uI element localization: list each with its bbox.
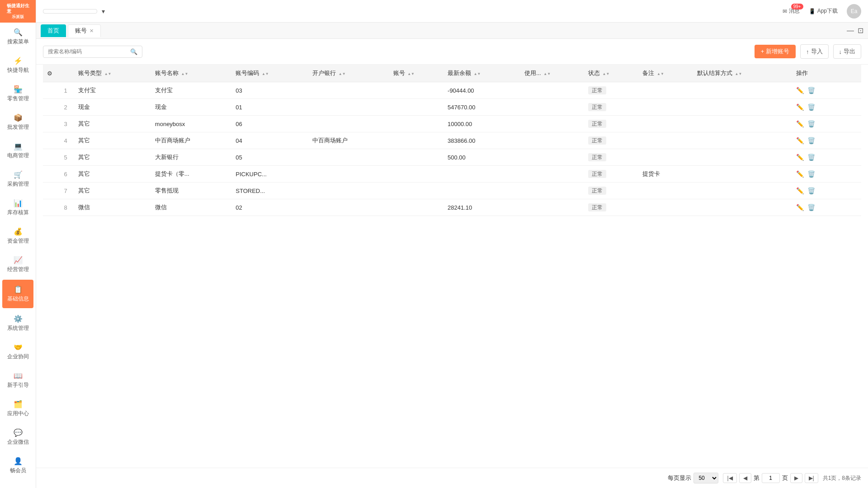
sidebar-item-member[interactable]: 👤 畅会员	[0, 451, 36, 480]
sort-icon-default-settlement: ▲▼	[735, 72, 742, 76]
th-account[interactable]: 账号 ▲▼	[390, 65, 444, 82]
dropdown-button[interactable]: ▾	[102, 8, 105, 15]
avatar[interactable]: Ea	[847, 4, 861, 19]
table-row: 5 其它 大新银行 05 500.00 正常 ✏️ 🗑️	[43, 149, 861, 166]
table-row: 7 其它 零售抵现 STORED... 正常 ✏️ 🗑️	[43, 183, 861, 199]
tab-home[interactable]: 首页	[41, 24, 66, 37]
th-bank[interactable]: 开户银行 ▲▼	[309, 65, 389, 82]
table-row: 3 其它 moneybosx 06 10000.00 正常 ✏️ 🗑️	[43, 116, 861, 132]
th-default-settlement[interactable]: 默认结算方式 ▲▼	[693, 65, 793, 82]
row-edit-button[interactable]: ✏️	[796, 137, 804, 144]
tab-restore-button[interactable]: ⊡	[858, 26, 863, 35]
add-account-button[interactable]: + 新增账号	[755, 45, 796, 58]
wholesale-mgmt-icon: 📦	[14, 113, 23, 122]
app-download-button[interactable]: 📱 App下载	[809, 7, 838, 15]
row-type: 其它	[75, 183, 151, 199]
sidebar-item-inventory-check[interactable]: 📊 库存核算	[0, 193, 36, 222]
top-search-box[interactable]	[43, 9, 97, 14]
row-delete-button[interactable]: 🗑️	[807, 103, 815, 111]
row-name: 微信	[151, 199, 232, 216]
sidebar-item-operations-mgmt[interactable]: 📈 经营管理	[0, 250, 36, 279]
add-account-label: + 新增账号	[761, 47, 789, 56]
sidebar-item-search-menu[interactable]: 🔍 搜索菜单	[0, 23, 36, 51]
notification-button[interactable]: ✉ 消息 99+	[783, 7, 800, 15]
row-delete-button[interactable]: 🗑️	[807, 120, 815, 127]
row-remark: 提货卡	[639, 166, 693, 183]
row-edit-button[interactable]: ✏️	[796, 120, 804, 127]
sidebar-item-app-center[interactable]: 🗂️ 应用中心	[0, 394, 36, 423]
th-remark[interactable]: 备注 ▲▼	[639, 65, 693, 82]
page-prev-button[interactable]: ◀	[739, 473, 751, 483]
table-row: 1 支付宝 支付宝 03 -90444.00 正常 ✏️ 🗑️	[43, 82, 861, 99]
sort-icon-account: ▲▼	[407, 72, 415, 76]
row-bank	[309, 166, 389, 183]
ecommerce-mgmt-icon: 💻	[14, 142, 23, 150]
th-gear[interactable]: ⚙	[43, 65, 57, 82]
page-last-button[interactable]: ▶|	[805, 473, 818, 483]
sidebar-item-enterprise-wechat[interactable]: 💬 企业微信	[0, 423, 36, 451]
th-use[interactable]: 使用... ▲▼	[521, 65, 585, 82]
row-edit-button[interactable]: ✏️	[796, 103, 804, 111]
import-button[interactable]: ↑ 导入	[800, 44, 829, 59]
sidebar-item-basic-info[interactable]: 📋 基础信息	[2, 280, 33, 308]
system-mgmt-icon: ⚙️	[14, 314, 23, 323]
sidebar-item-label: 快捷导航	[7, 66, 29, 74]
search-input[interactable]	[48, 48, 128, 55]
row-edit-button[interactable]: ✏️	[796, 170, 804, 178]
search-box[interactable]: 🔍	[43, 46, 142, 58]
row-name: 中百商场账户	[151, 132, 232, 149]
sidebar-item-label: 新手引导	[7, 381, 29, 389]
row-account	[390, 166, 444, 183]
row-use	[521, 116, 585, 132]
per-page-select[interactable]: 50 100 200	[693, 473, 718, 483]
row-delete-button[interactable]: 🗑️	[807, 170, 815, 178]
row-delete-button[interactable]: 🗑️	[807, 187, 815, 194]
row-action: ✏️ 🗑️	[793, 166, 861, 183]
import-icon: ↑	[806, 48, 809, 55]
th-code[interactable]: 账号编码 ▲▼	[232, 65, 309, 82]
row-delete-button[interactable]: 🗑️	[807, 154, 815, 161]
sidebar-item-enterprise-agreement[interactable]: 🤝 企业协同	[0, 338, 36, 366]
sidebar-item-ecommerce-mgmt[interactable]: 💻 电商管理	[0, 136, 36, 165]
sidebar-item-quick-nav[interactable]: ⚡ 快捷导航	[0, 51, 36, 80]
th-status[interactable]: 状态 ▲▼	[585, 65, 639, 82]
sidebar-item-system-mgmt[interactable]: ⚙️ 系统管理	[0, 309, 36, 338]
row-bank	[309, 99, 389, 116]
page-first-button[interactable]: |◀	[723, 473, 736, 483]
sidebar-item-new-guide[interactable]: 📖 新手引导	[0, 366, 36, 394]
table-row: 2 现金 现金 01 547670.00 正常 ✏️ 🗑️	[43, 99, 861, 116]
inventory-check-icon: 📊	[14, 199, 23, 207]
download-icon: 📱	[809, 8, 816, 14]
row-edit-button[interactable]: ✏️	[796, 154, 804, 161]
row-default-settlement	[693, 132, 793, 149]
quick-nav-icon: ⚡	[14, 56, 23, 65]
tab-minimize-button[interactable]: —	[847, 26, 854, 35]
app-version: 乐派版	[12, 14, 24, 20]
pagination-footer: 每页显示 50 100 200 |◀ ◀ 第 页 ▶ ▶| 共1页，8条记录	[36, 468, 868, 488]
export-button[interactable]: ↓ 导出	[833, 44, 862, 59]
page-next-button[interactable]: ▶	[790, 473, 802, 483]
th-name[interactable]: 账号名称 ▲▼	[151, 65, 232, 82]
tab-close-icon[interactable]: ✕	[90, 28, 94, 34]
sidebar-item-capital-mgmt[interactable]: 💰 资金管理	[0, 222, 36, 250]
row-edit-button[interactable]: ✏️	[796, 204, 804, 211]
row-code: 05	[232, 149, 309, 166]
sidebar-item-retail-mgmt[interactable]: 🏪 零售管理	[0, 80, 36, 108]
tab-accounts[interactable]: 账号 ✕	[68, 24, 101, 37]
page-number-input[interactable]	[762, 473, 780, 483]
row-edit-button[interactable]: ✏️	[796, 87, 804, 94]
table-container: ⚙ 账号类型 ▲▼ 账号名称 ▲▼ 账号编码 ▲▼ 开户银行 ▲▼	[36, 65, 868, 468]
row-gear	[43, 149, 57, 166]
row-delete-button[interactable]: 🗑️	[807, 137, 815, 144]
row-gear	[43, 166, 57, 183]
row-remark	[639, 82, 693, 99]
sidebar-item-purchase-mgmt[interactable]: 🛒 采购管理	[0, 165, 36, 193]
row-delete-button[interactable]: 🗑️	[807, 204, 815, 211]
th-balance[interactable]: 最新余额 ▲▼	[444, 65, 521, 82]
sidebar-item-wholesale-mgmt[interactable]: 📦 批发管理	[0, 108, 36, 136]
row-name: 现金	[151, 99, 232, 116]
th-type[interactable]: 账号类型 ▲▼	[75, 65, 151, 82]
row-edit-button[interactable]: ✏️	[796, 187, 804, 194]
sort-icon-name: ▲▼	[181, 72, 188, 76]
row-delete-button[interactable]: 🗑️	[807, 87, 815, 94]
